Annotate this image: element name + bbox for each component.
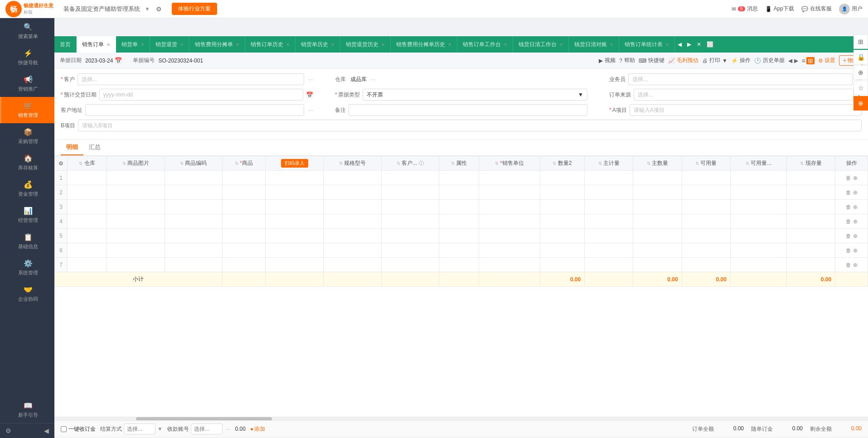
right-panel-btn-1[interactable]: ⊞ (853, 34, 868, 49)
row-1-qty2[interactable] (540, 171, 584, 185)
tab-next-icon[interactable]: ▶ (684, 36, 694, 53)
row-2-available2[interactable] (730, 185, 786, 200)
tab-close-icon[interactable]: ✕ (448, 42, 451, 47)
row-delete-btn[interactable]: 🗑 (846, 262, 851, 268)
row-2-attr[interactable] (439, 185, 479, 200)
history-btn[interactable]: 🕐 历史单据 (754, 57, 785, 64)
payment-input[interactable] (124, 424, 155, 434)
sidebar-item-finance[interactable]: 💰 资金管理 (0, 176, 54, 202)
calendar-icon[interactable]: 📅 (115, 57, 122, 64)
system-title-arrow-icon[interactable]: ▼ (145, 6, 150, 12)
row-2-product-code[interactable] (165, 185, 222, 200)
tab-close-all-icon[interactable]: ✕ (694, 36, 704, 53)
right-panel-btn-4[interactable]: ☆ (853, 81, 868, 95)
row-2-qty2[interactable] (540, 185, 584, 200)
row-1-warehouse[interactable] (68, 171, 107, 185)
industry-button[interactable]: 体验行业方案 (172, 3, 217, 15)
help-btn[interactable]: ? 帮助 (619, 57, 635, 64)
row-delete-btn[interactable]: 🗑 (846, 189, 851, 196)
view-btn[interactable]: ▶ 视频 (599, 57, 616, 64)
tab-close-icon[interactable]: ✕ (236, 42, 239, 47)
addr-more-icon[interactable]: ··· (308, 106, 313, 114)
sidebar-item-purchase[interactable]: 📦 采购管理 (0, 123, 54, 149)
tab-close-icon[interactable]: ✕ (610, 42, 613, 47)
a-project-input[interactable] (630, 104, 862, 116)
tab-order-history[interactable]: 销售订单历史 ✕ (245, 36, 296, 53)
tab-detail[interactable]: 明细 (61, 140, 83, 155)
customer-input[interactable] (78, 73, 305, 85)
user-item[interactable]: 👤 用户 (839, 4, 863, 14)
b-project-input[interactable] (78, 120, 862, 131)
gear-icon[interactable]: ⚙ (153, 3, 165, 15)
delivery-calendar-icon[interactable]: 📅 (306, 91, 313, 98)
account-more-icon[interactable]: ··· (225, 425, 231, 433)
list-view-icon[interactable]: ≡ (802, 57, 805, 64)
row-1-available2[interactable] (730, 171, 786, 185)
row-2-main-unit[interactable] (585, 185, 633, 200)
sidebar-item-sales[interactable]: 🛒 销售管理 (0, 97, 54, 123)
row-delete-btn[interactable]: 🗑 (846, 247, 851, 254)
row-copy-btn[interactable]: ⊕ (853, 262, 858, 268)
row-1-customer-code[interactable] (381, 171, 439, 185)
delivery-date-input[interactable] (99, 89, 303, 101)
sidebar-item-base[interactable]: 📋 基础信息 (0, 228, 54, 255)
tab-close-icon[interactable]: ✕ (286, 42, 290, 47)
shortcut-btn[interactable]: ⌨ 快捷键 (639, 57, 664, 64)
note-input[interactable] (349, 104, 587, 116)
nav-next-icon[interactable]: ▶ (794, 58, 798, 64)
tab-reconcile[interactable]: 钱货日清对账 ✕ (569, 36, 619, 53)
tab-prev-icon[interactable]: ◀ (675, 36, 684, 53)
online-support-item[interactable]: 💬 在线客服 (801, 5, 832, 13)
sidebar-item-quick[interactable]: ⚡ 快捷导航 (0, 44, 54, 71)
tab-close-icon[interactable]: ✕ (504, 42, 507, 47)
sidebar-item-inventory[interactable]: 🏠 库存核算 (0, 149, 54, 176)
row-copy-btn[interactable]: ⊕ (853, 247, 858, 254)
sidebar-item-guide[interactable]: 📖 新手引导 (0, 397, 54, 423)
row-2-main-qty[interactable] (633, 185, 682, 200)
tab-expense[interactable]: 销售费用分摊单 ✕ (189, 36, 245, 53)
row-copy-btn[interactable]: ⊕ (853, 218, 858, 225)
sidebar-settings-icon[interactable]: ⚙ (5, 427, 11, 434)
order-source-input[interactable] (634, 89, 853, 101)
sidebar-collapse-icon[interactable]: ◀ (44, 427, 49, 434)
tab-return[interactable]: 销货退货 ✕ (150, 36, 189, 53)
account-input[interactable] (191, 424, 223, 434)
sidebar-item-search[interactable]: 🔍 搜索菜单 (0, 18, 54, 44)
row-1-main-unit[interactable] (585, 171, 633, 185)
actions-btn[interactable]: ⚡ 操作 (731, 57, 751, 64)
tab-expense-history[interactable]: 销售费用分摊单历史 ✕ (391, 36, 457, 53)
row-delete-btn[interactable]: 🗑 (846, 233, 851, 239)
right-panel-btn-5[interactable]: ⊕ (853, 96, 868, 111)
tab-daily-workbench[interactable]: 钱货日清工作台 ✕ (513, 36, 569, 53)
print-btn[interactable]: 🖨 打印 ▼ (702, 57, 727, 64)
row-2-available[interactable] (682, 185, 730, 200)
row-1-product-img[interactable] (107, 171, 165, 185)
row-copy-btn[interactable]: ⊕ (853, 204, 858, 210)
nav-prev-icon[interactable]: ◀ (788, 58, 792, 64)
tab-goods-history[interactable]: 销货单历史 ✕ (296, 36, 340, 53)
row-2-product[interactable] (222, 185, 265, 200)
tab-maximize-icon[interactable]: ⬜ (704, 36, 716, 53)
right-panel-btn-3[interactable]: ⊕ (853, 65, 868, 80)
tab-close-icon[interactable]: ✕ (141, 42, 144, 47)
invoice-select[interactable]: 不开票 ▼ (363, 89, 587, 101)
row-copy-btn[interactable]: ⊕ (853, 175, 858, 181)
tab-summary[interactable]: 汇总 (83, 140, 106, 155)
row-2-product-img[interactable] (107, 185, 165, 200)
row-1-available[interactable] (682, 171, 730, 185)
app-download-item[interactable]: 📱 App下载 (765, 5, 794, 13)
customer-more-icon[interactable]: ··· (308, 76, 313, 83)
row-1-attr[interactable] (439, 171, 479, 185)
row-delete-btn[interactable]: 🗑 (846, 175, 851, 181)
right-panel-btn-2[interactable]: 🔒 (853, 50, 868, 64)
tab-return-history[interactable]: 销货退货历史 ✕ (340, 36, 391, 53)
row-1-stock[interactable] (786, 171, 835, 185)
tab-close-icon[interactable]: ✕ (559, 42, 563, 47)
customer-addr-input[interactable] (85, 104, 304, 116)
row-2-stock[interactable] (786, 185, 835, 200)
row-1-product[interactable] (222, 171, 265, 185)
row-1-product-code[interactable] (165, 171, 222, 185)
row-1-spec[interactable] (324, 171, 381, 185)
row-copy-btn[interactable]: ⊕ (853, 189, 858, 196)
scan-button[interactable]: 扫码录入 (281, 159, 308, 168)
